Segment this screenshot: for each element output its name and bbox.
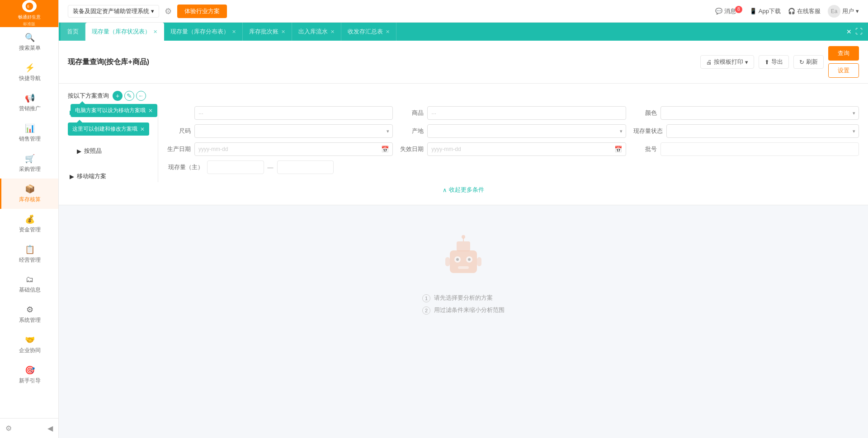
tab-expand-icon[interactable]: ⛶: [855, 28, 863, 36]
tab-inventory-status[interactable]: 现存量（库存状况表） ✕: [85, 23, 164, 41]
tooltip-a-close[interactable]: ✕: [148, 108, 153, 114]
sidebar-item-label: 基础信息: [19, 286, 41, 294]
sidebar-item-guide[interactable]: 🎯 新手引导: [0, 360, 58, 390]
sidebar-item-quick-nav[interactable]: ⚡ 快捷导航: [0, 57, 58, 88]
batch-control: [660, 142, 859, 156]
system-icon: ⚙: [26, 305, 33, 315]
sidebar-item-inventory[interactable]: 📦 库存核算: [0, 179, 58, 209]
sidebar-item-label: 系统管理: [19, 316, 41, 324]
print-button[interactable]: 🖨 按模板打印 ▾: [700, 55, 754, 69]
tab-close-icon[interactable]: ✕: [330, 29, 335, 35]
refresh-button[interactable]: ↻ 刷新: [793, 55, 824, 69]
app-download-item[interactable]: 📱 App下载: [750, 7, 781, 15]
svg-rect-2: [450, 250, 477, 273]
edit-scheme-button[interactable]: ✎ 电脑方案可以设为移动方案哦 ✕: [124, 91, 134, 101]
stock-state-select[interactable]: ▾: [666, 124, 859, 138]
tab-inventory-dist-label: 现存量（库存分布表）: [170, 28, 229, 36]
tab-inventory-dist[interactable]: 现存量（库存分布表） ✕: [164, 23, 243, 41]
sales-icon: 📊: [25, 123, 35, 133]
top-header: 装备及固定资产辅助管理系统 ▾ ⚙ 体验行业方案 💬 消息 8 📱 App下载 …: [59, 0, 868, 23]
arrow-scheme-button[interactable]: ←: [136, 91, 146, 101]
expire-date-input[interactable]: yyyy-mm-dd 📅: [427, 142, 626, 156]
print-icon: 🖨: [706, 59, 712, 66]
mobile-arrow: ▶: [70, 173, 74, 180]
tab-close-all-icon[interactable]: ✕: [846, 28, 852, 35]
filter-row-1: ··· 商品 ···: [167, 106, 859, 120]
calendar-icon[interactable]: 📅: [381, 146, 389, 153]
sidebar-item-marketing[interactable]: 📢 营销推广: [0, 88, 58, 118]
warehouse-input[interactable]: ···: [194, 106, 393, 120]
export-icon: ⬆: [764, 59, 769, 66]
collapse-button[interactable]: ∧ 收起更多条件: [68, 182, 859, 198]
sidebar-item-basic-info[interactable]: 🗂 基础信息: [0, 269, 58, 299]
tab-in-out-flow[interactable]: 出入库流水 ✕: [292, 23, 341, 41]
tab-in-out-flow-label: 出入库流水: [298, 28, 328, 36]
stock-main-to[interactable]: [277, 160, 334, 174]
produce-date-input[interactable]: yyyy-mm-dd 📅: [194, 142, 393, 156]
field-goods: 商品 ···: [400, 106, 626, 120]
calendar-icon-2[interactable]: 📅: [614, 146, 622, 153]
page-header: 现存量查询(按仓库+商品) 🖨 按模板打印 ▾ ⬆ 导出 ↻ 刷新 查询 设置: [59, 41, 868, 84]
batch-input[interactable]: [660, 142, 859, 156]
color-control: ▾: [660, 106, 859, 120]
sidebar-item-label: 营销推广: [19, 105, 41, 113]
color-label: 颜色: [633, 109, 657, 117]
sidebar-item-operations[interactable]: 📋 经营管理: [0, 239, 58, 269]
tooltip-b-close[interactable]: ✕: [140, 126, 145, 132]
origin-select[interactable]: ▾: [427, 124, 626, 138]
size-control: ▾: [194, 124, 393, 138]
sidebar-item-label: 库存核算: [19, 196, 41, 203]
user-item[interactable]: Ea 用户 ▾: [828, 5, 859, 18]
color-select[interactable]: ▾: [660, 106, 859, 120]
message-icon: 💬: [715, 8, 722, 14]
sidebar-item-enterprise[interactable]: 🤝 企业协同: [0, 330, 58, 360]
tooltip-scheme-hint: 电脑方案可以设为移动方案哦 ✕: [71, 104, 157, 117]
tabs-actions: ✕ ⛶: [843, 28, 866, 36]
trial-button[interactable]: 体验行业方案: [177, 5, 227, 18]
settings-button[interactable]: ⚙: [5, 424, 12, 433]
query-button[interactable]: 查询: [828, 46, 859, 61]
notifications-item[interactable]: 💬 消息 8: [715, 7, 742, 15]
goods-input[interactable]: ···: [427, 106, 626, 120]
tabs-bar: 首页 现存量（库存状况表） ✕ 现存量（库存分布表） ✕ 库存批次账 ✕ 出入库…: [59, 23, 868, 41]
scheme-sub-item[interactable]: ▶ 按照品: [68, 145, 152, 157]
tab-receive-summary[interactable]: 收发存汇总表 ✕: [341, 23, 396, 41]
sub-label: 按照品: [84, 147, 102, 155]
warehouse-control: ···: [194, 106, 393, 120]
inventory-icon: 📦: [25, 184, 35, 194]
export-button[interactable]: ⬆ 导出: [759, 55, 789, 69]
sidebar-item-label: 经营管理: [19, 256, 41, 264]
user-dropdown-icon: ▾: [856, 8, 859, 14]
set-button[interactable]: 设置: [828, 63, 859, 78]
warehouse-dots: ···: [198, 110, 203, 117]
stock-state-arrow-icon: ▾: [853, 128, 855, 134]
add-scheme-button[interactable]: +: [113, 91, 123, 101]
stock-main-from[interactable]: [207, 160, 264, 174]
tab-close-icon[interactable]: ✕: [153, 29, 157, 35]
sidebar-item-sales[interactable]: 📊 销售管理: [0, 118, 58, 148]
tab-batch-ledger[interactable]: 库存批次账 ✕: [243, 23, 292, 41]
sidebar-item-system[interactable]: ⚙ 系统管理: [0, 299, 58, 330]
sidebar-item-finance[interactable]: 💰 资金管理: [0, 209, 58, 239]
svg-rect-8: [458, 266, 469, 269]
svg-point-6: [456, 258, 459, 261]
guide-icon: 🎯: [25, 365, 35, 375]
tab-close-icon[interactable]: ✕: [386, 29, 390, 35]
sidebar-item-purchase[interactable]: 🛒 采购管理: [0, 148, 58, 179]
sidebar-item-search-menu[interactable]: 🔍 搜索菜单: [0, 27, 58, 57]
online-service-item[interactable]: 🎧 在线客服: [788, 7, 821, 15]
tab-home[interactable]: 首页: [61, 23, 85, 41]
svg-point-7: [468, 258, 471, 261]
scheme-mobile-item[interactable]: ▶ 移动端方案: [68, 170, 152, 182]
svg-rect-10: [477, 257, 481, 266]
collapse-sidebar-button[interactable]: ◀: [47, 424, 53, 433]
tab-close-icon[interactable]: ✕: [281, 29, 285, 35]
headset-icon: 🎧: [788, 8, 795, 14]
settings-icon[interactable]: ⚙: [165, 6, 172, 16]
size-select[interactable]: ▾: [194, 124, 393, 138]
phone-icon: 📱: [750, 8, 757, 14]
system-selector[interactable]: 装备及固定资产辅助管理系统 ▾: [68, 5, 159, 18]
sidebar-footer: ⚙ ◀: [0, 418, 58, 438]
system-name: 装备及固定资产辅助管理系统: [73, 7, 149, 15]
tab-close-icon[interactable]: ✕: [232, 29, 236, 35]
